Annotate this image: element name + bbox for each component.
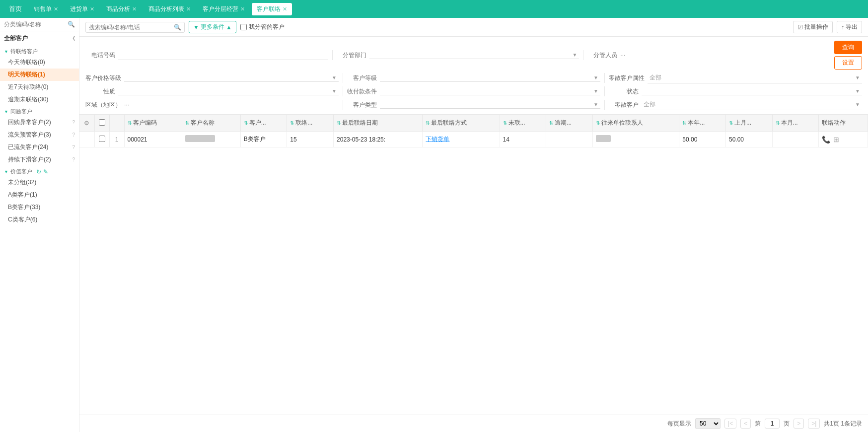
query-btn[interactable]: 查询 — [834, 41, 862, 54]
row-last-method[interactable]: 下销货单 — [423, 132, 500, 147]
sidebar-item-churned[interactable]: 已流失客户(24)? — [0, 141, 79, 153]
col-header-uncontact[interactable]: ⇅未联... — [500, 115, 546, 132]
group-pending-contact[interactable]: 待联络客户 — [0, 46, 79, 56]
row-action-icons: 📞 ⊞ — [822, 136, 865, 144]
col-header-code[interactable]: ⇅客户编码 — [124, 115, 182, 132]
export-btn[interactable]: ↑ 导出 — [837, 21, 862, 33]
group-problem-customers[interactable]: 问题客户 — [0, 106, 79, 116]
filter-customer-type-select[interactable]: ▼ — [380, 101, 600, 109]
close-customer-contact-icon[interactable]: ✕ — [283, 6, 287, 12]
row-checkbox[interactable] — [99, 136, 105, 142]
filter-status-select[interactable]: ▼ — [642, 87, 862, 95]
sidebar-item-tomorrow[interactable]: 明天待联络(1) — [0, 69, 79, 81]
filter-price-grade-select[interactable]: ▼ — [124, 74, 339, 82]
sidebar-item-ungrouped[interactable]: 未分组(32) — [0, 176, 79, 189]
edit-icon[interactable]: ✎ — [43, 168, 48, 175]
row-name[interactable] — [182, 132, 240, 147]
filter-status-arrow: ▼ — [855, 88, 860, 94]
row-unit-contact-blurred — [596, 135, 611, 142]
my-customers-checkbox[interactable] — [240, 24, 247, 30]
filter-region-dots[interactable]: ··· — [124, 101, 129, 108]
filter-divider-4 — [604, 73, 605, 83]
sidebar-item-declining[interactable]: 持续下滑客户(2)? — [0, 153, 79, 166]
nav-home[interactable]: 首页 — [4, 2, 27, 15]
table-header-row: ⚙ ⇅客户编码 ⇅客户名称 ⇅客户... ⇅联络... ⇅最后联络日期 ⇅最后联… — [79, 115, 868, 132]
nav-customer-tier[interactable]: 客户分层经营✕ — [198, 3, 250, 15]
sort-icon-this-year: ⇅ — [682, 120, 686, 126]
row-last-method-link[interactable]: 下销货单 — [426, 136, 449, 143]
col-header-this-year[interactable]: ⇅本年... — [679, 115, 726, 132]
close-product-analysis-icon[interactable]: ✕ — [132, 6, 137, 12]
per-page-select[interactable]: 50 100 200 — [695, 418, 721, 429]
col-header-actions: 联络动作 — [819, 115, 868, 132]
close-sales-icon[interactable]: ✕ — [54, 6, 58, 12]
sidebar-search-input[interactable] — [4, 21, 68, 28]
nav-purchase[interactable]: 进货单✕ — [65, 3, 99, 15]
sidebar-item-class-a[interactable]: A类客户(1) — [0, 189, 79, 201]
bulk-action-btn[interactable]: ☑ 批量操作 — [793, 21, 833, 33]
sidebar-item-repurchase-abnormal[interactable]: 回购异常客户(2)? — [0, 116, 79, 129]
col-header-category[interactable]: ⇅客户... — [240, 115, 287, 132]
close-product-analysis-list-icon[interactable]: ✕ — [186, 6, 191, 12]
all-customers-header[interactable]: 全部客户 《 — [0, 31, 79, 46]
filter-manager-dots[interactable]: ··· — [620, 52, 625, 59]
col-header-last-date[interactable]: ⇅最后联络日期 — [334, 115, 423, 132]
col-header-this-month[interactable]: ⇅本月... — [772, 115, 819, 132]
first-page-btn[interactable]: |< — [724, 419, 736, 429]
filter-retail-attr-value: 全部 — [650, 73, 855, 82]
gear-col-header[interactable]: ⚙ — [79, 115, 94, 132]
sidebar-item-class-b[interactable]: B类客户(33) — [0, 201, 79, 214]
filter-manager: 分管人员 ··· — [587, 51, 830, 60]
main-search-input[interactable] — [89, 24, 174, 31]
filter-row-1: 电话号码 分管部门 ▼ 分管人员 ··· 查询 — [85, 41, 862, 70]
col-header-name[interactable]: ⇅客户名称 — [182, 115, 240, 132]
filter-icon: ▼ — [193, 24, 199, 31]
sort-icon-uncontact: ⇅ — [503, 120, 507, 126]
col-header-unit-contact[interactable]: ⇅往来单位联系人 — [592, 115, 679, 132]
my-customers-checkbox-wrap[interactable]: 我分管的客户 — [240, 23, 285, 31]
group-value-customers[interactable]: 价值客户 ↻ ✎ — [0, 166, 79, 176]
filter-customer-grade-select[interactable]: ▼ — [380, 74, 600, 82]
filter-payment-select[interactable]: ▼ — [380, 87, 600, 95]
filter-btn-group: 查询 设置 — [834, 41, 862, 70]
nav-sales[interactable]: 销售单✕ — [29, 3, 63, 15]
col-header-contact-count[interactable]: ⇅联络... — [287, 115, 334, 132]
prev-page-btn[interactable]: < — [740, 419, 751, 429]
row-checkbox-cell[interactable] — [94, 132, 109, 147]
close-customer-tier-icon[interactable]: ✕ — [240, 6, 245, 12]
nav-product-analysis-list[interactable]: 商品分析列表✕ — [144, 3, 196, 15]
filter-dept-select[interactable]: ▼ — [369, 51, 579, 59]
close-purchase-icon[interactable]: ✕ — [90, 6, 94, 12]
checkbox-col-header[interactable] — [94, 115, 109, 132]
more-filter-btn[interactable]: ▼ 更多条件 ▲ — [189, 21, 236, 33]
nav-product-analysis[interactable]: 商品分析✕ — [101, 3, 142, 15]
filter-retail-customer: 零散客户 全部 ▼ — [609, 99, 862, 110]
col-header-last-method[interactable]: ⇅最后联络方式 — [423, 115, 500, 132]
nav-customer-contact[interactable]: 客户联络✕ — [252, 3, 292, 15]
filter-retail-customer-select[interactable]: 全部 ▼ — [642, 99, 862, 110]
refresh-icon[interactable]: ↻ — [36, 168, 41, 175]
sidebar-item-7days[interactable]: 近7天待联络(0) — [0, 81, 79, 93]
page-unit: 页 — [784, 420, 790, 428]
call-icon[interactable]: 📞 — [822, 136, 830, 144]
page-input[interactable] — [765, 419, 780, 429]
filter-phone-input[interactable] — [118, 51, 328, 60]
filter-nature-select[interactable]: ▼ — [118, 87, 339, 95]
filter-status: 状态 ▼ — [609, 87, 862, 96]
sidebar-item-overdue[interactable]: 逾期未联络(30) — [0, 93, 79, 106]
all-customers-label: 全部客户 — [4, 34, 28, 43]
last-page-btn[interactable]: >| — [808, 419, 820, 429]
sidebar-item-today[interactable]: 今天待联络(0) — [0, 56, 79, 69]
main-search-icon[interactable]: 🔍 — [174, 24, 181, 31]
checkbox-icon: ☑ — [797, 24, 803, 31]
sidebar-search-icon[interactable]: 🔍 — [68, 21, 75, 28]
grid-icon[interactable]: ⊞ — [833, 136, 839, 144]
next-page-btn[interactable]: > — [794, 419, 804, 429]
col-header-overdue[interactable]: ⇅逾期... — [546, 115, 593, 132]
sidebar-item-churn-warning[interactable]: 流失预警客户(3)? — [0, 129, 79, 141]
select-all-checkbox[interactable] — [99, 119, 105, 126]
set-btn[interactable]: 设置 — [834, 56, 862, 70]
col-header-last-month[interactable]: ⇅上月... — [726, 115, 773, 132]
sidebar-item-class-c[interactable]: C类客户(6) — [0, 214, 79, 226]
filter-retail-attr-select[interactable]: 全部 ▼ — [648, 72, 862, 83]
